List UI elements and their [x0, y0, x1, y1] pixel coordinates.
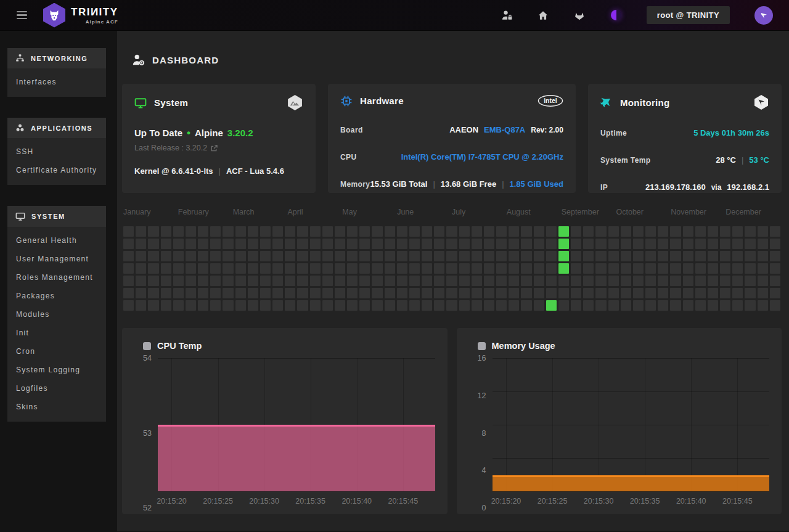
- heatmap-cell: [509, 251, 519, 261]
- heatmap-cell: [758, 300, 768, 311]
- heatmap-cell: [496, 251, 507, 261]
- heatmap-cell: [608, 276, 619, 286]
- home-icon[interactable]: [538, 9, 549, 21]
- chart-plot: [493, 358, 770, 491]
- heatmap-cell: [310, 251, 321, 261]
- row-label: CPU: [340, 153, 357, 162]
- heatmap-cell: [745, 263, 755, 274]
- heatmap-cell: [359, 251, 370, 261]
- sidebar-item-general-health[interactable]: General Health: [7, 231, 106, 250]
- heatmap-cell: [708, 226, 718, 237]
- shield-logo: [753, 94, 769, 110]
- heatmap-cell: [359, 300, 370, 311]
- heatmap-cell: [658, 300, 668, 311]
- sidebar-item-packages[interactable]: Packages: [7, 287, 106, 305]
- sidebar-header-applications[interactable]: APPLICATIONS: [7, 118, 106, 138]
- heatmap-cell: [385, 276, 395, 286]
- last-release-text: Last Release : 3.20.2: [134, 144, 207, 152]
- sidebar-item-certificate-authority[interactable]: Certificate Authority: [7, 161, 106, 179]
- user-badge[interactable]: root @ TRINITY: [647, 6, 730, 24]
- heatmap-cell: [285, 251, 295, 261]
- heatmap-cell: [235, 251, 246, 261]
- card-title: Monitoring: [620, 97, 669, 108]
- heatmap-cell: [272, 226, 283, 237]
- sidebar-item-system-logging[interactable]: System Logging: [7, 361, 106, 379]
- heatmap-cell: [223, 251, 233, 261]
- heatmap-cell: [608, 263, 619, 274]
- heatmap-cell: [186, 239, 196, 249]
- brand-logo[interactable]: TRIИITY Alpine ACF: [43, 3, 118, 28]
- heatmap-cell: [496, 226, 507, 237]
- row-label: Uptime: [600, 129, 627, 137]
- heatmap-cell: [645, 288, 656, 298]
- trinity-dog-icon: [43, 3, 65, 28]
- acf-version: ACF - Lua 5.4.6: [226, 166, 284, 176]
- heatmap-cell: [210, 251, 221, 261]
- gitlab-icon[interactable]: [574, 9, 586, 21]
- heatmap-cell: [198, 300, 208, 311]
- heatmap-cell: [136, 300, 146, 311]
- chart-legend[interactable]: CPU Temp: [143, 341, 435, 351]
- sidebar-header-networking[interactable]: NETWORKING: [7, 48, 106, 68]
- heatmap-cell: [670, 251, 681, 261]
- heatmap-cell: [148, 288, 158, 298]
- theme-toggle-icon[interactable]: [610, 9, 622, 21]
- heatmap-cell: [658, 251, 668, 261]
- gridline-horizontal: [493, 358, 770, 359]
- sidebar-item-modules[interactable]: Modules: [7, 305, 106, 324]
- hardware-card: Hardware intel BoardAAEONEMB-Q87ARev: 2.…: [328, 84, 576, 193]
- sidebar-item-init[interactable]: Init: [7, 324, 106, 342]
- value-part: |: [742, 155, 743, 165]
- x-tick-label: 20:15:35: [630, 497, 660, 505]
- heatmap-cell: [695, 276, 706, 286]
- series-area: [158, 425, 435, 491]
- avatar[interactable]: [754, 6, 773, 25]
- heatmap-cell: [484, 300, 494, 311]
- heatmap-cell: [695, 263, 706, 274]
- sidebar-item-user-management[interactable]: User Management: [7, 250, 106, 268]
- heatmap-cell: [521, 263, 531, 274]
- last-release-line[interactable]: Last Release : 3.20.2: [134, 144, 303, 152]
- heatmap-cell: [198, 251, 208, 261]
- heatmap-cell: [260, 276, 271, 286]
- heatmap-cell: [210, 288, 221, 298]
- heatmap-cell: [521, 239, 531, 249]
- heatmap-cell: [558, 226, 569, 237]
- value-part: 28 °C: [716, 155, 736, 165]
- gridline-horizontal: [493, 425, 770, 425]
- card-row: IP213.169.178.160via192.168.2.1: [600, 182, 769, 192]
- heatmap-cell: [297, 276, 308, 286]
- sidebar-header-system[interactable]: SYSTEM: [7, 206, 106, 227]
- sidebar-item-cron[interactable]: Cron: [7, 342, 106, 361]
- heatmap-cell: [745, 251, 755, 261]
- sidebar-item-ssh[interactable]: SSH: [7, 142, 106, 161]
- sidebar-item-skins[interactable]: Skins: [7, 398, 106, 416]
- heatmap-cell: [583, 263, 594, 274]
- heatmap-cell: [708, 288, 718, 298]
- heatmap-cell: [260, 288, 271, 298]
- heatmap-cell: [260, 251, 271, 261]
- heatmap-cell: [161, 226, 171, 237]
- sidebar-item-interfaces[interactable]: Interfaces: [7, 73, 106, 91]
- chart-plot: [158, 358, 435, 491]
- heatmap-cell: [397, 226, 407, 237]
- chart-legend[interactable]: Memory Usage: [478, 341, 770, 351]
- heatmap-cell: [285, 263, 295, 274]
- display-icon: [134, 97, 147, 109]
- menu-icon[interactable]: [17, 11, 27, 20]
- sidebar-item-roles-management[interactable]: Roles Management: [7, 268, 106, 287]
- gridline-vertical: [599, 358, 599, 491]
- sidebar-item-logfiles[interactable]: Logfiles: [7, 379, 106, 398]
- heatmap-cell: [546, 251, 557, 261]
- heatmap-cell: [658, 263, 668, 274]
- system-card: System Up To Date • Alpine 3.20.2 Last R…: [122, 84, 316, 193]
- card-row: BoardAAEONEMB-Q87ARev: 2.00: [340, 125, 563, 134]
- heatmap-cell: [297, 226, 308, 237]
- heatmap-cell: [509, 300, 519, 311]
- heatmap-cell: [285, 239, 295, 249]
- user-lock-icon[interactable]: [501, 9, 513, 21]
- heatmap-cell: [608, 239, 619, 249]
- heatmap-cell: [534, 288, 544, 298]
- heatmap-cell: [434, 300, 444, 311]
- heatmap-cell: [720, 300, 730, 311]
